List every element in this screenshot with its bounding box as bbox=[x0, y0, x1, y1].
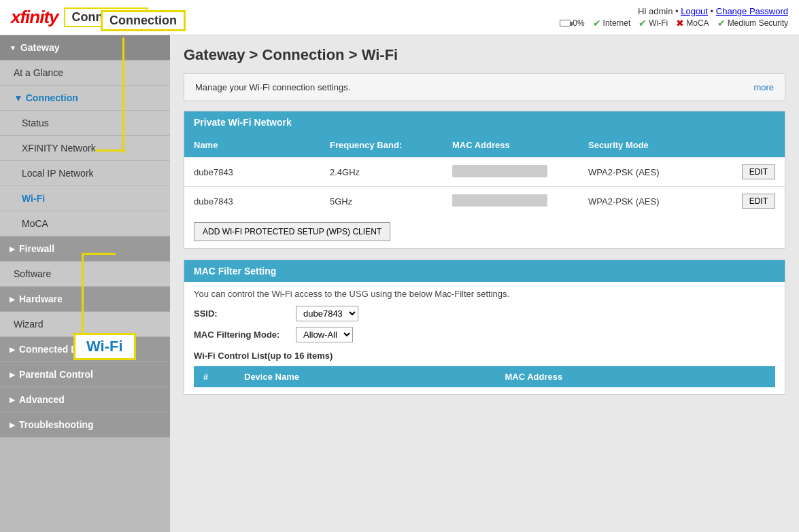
mac-filter-header: MAC Filter Setting bbox=[184, 260, 785, 282]
callout-connection-line-v bbox=[122, 37, 124, 153]
header-right: Hi admin • Logout • Change Password 0% ✔… bbox=[560, 6, 788, 29]
logout-link[interactable]: Logout bbox=[681, 6, 708, 16]
col-mac-address: MAC Address bbox=[505, 372, 766, 382]
control-list-header: # Device Name MAC Address bbox=[194, 366, 775, 387]
parental-control-arrow-icon: ▶ bbox=[10, 371, 15, 378]
status-bar: 0% ✔ Internet ✔ Wi-Fi ✖ MoCA ✔ Medium Se… bbox=[560, 18, 788, 29]
moca-x-icon: ✖ bbox=[676, 18, 684, 29]
advanced-arrow-icon: ▶ bbox=[10, 396, 15, 404]
software-label: Software bbox=[14, 268, 51, 279]
connection-label: Connection bbox=[26, 92, 78, 103]
mode-select[interactable]: Allow-All bbox=[296, 327, 353, 342]
row2-security-text: WPA2-PSK (AES) bbox=[588, 196, 660, 207]
private-wifi-header: Private Wi-Fi Network bbox=[184, 111, 785, 133]
user-info: Hi admin • Logout • Change Password bbox=[638, 6, 788, 16]
status-label: Status bbox=[22, 118, 49, 128]
main-content: Gateway > Connection > Wi-Fi Manage your… bbox=[170, 35, 799, 532]
wizard-label: Wizard bbox=[14, 319, 44, 330]
page-title: Gateway > Connection > Wi-Fi bbox=[184, 46, 785, 64]
at-a-glance-label: At a Glance bbox=[14, 67, 63, 78]
gateway-arrow-icon: ▼ bbox=[10, 44, 16, 52]
wifi-row-1: dube7843 2.4GHz WPA2-PSK (AES) EDIT bbox=[184, 157, 785, 186]
troubleshooting-label: Troubleshooting bbox=[19, 419, 94, 430]
ssid-row: SSID: dube7843 bbox=[194, 306, 775, 321]
sidebar-item-software[interactable]: Software bbox=[0, 262, 170, 287]
battery-status: 0% bbox=[560, 18, 584, 28]
row1-security-text: WPA2-PSK (AES) bbox=[588, 167, 660, 177]
row2-mac bbox=[452, 193, 588, 210]
troubleshooting-arrow-icon: ▶ bbox=[10, 421, 15, 429]
sidebar-item-wifi[interactable]: Wi-Fi bbox=[0, 186, 170, 211]
firewall-label: Firewall bbox=[19, 243, 54, 254]
moca-label: MoCA bbox=[686, 18, 709, 28]
row2-security: WPA2-PSK (AES) EDIT bbox=[588, 192, 775, 210]
control-list-title: Wi-Fi Control List(up to 16 items) bbox=[194, 351, 775, 361]
callout-wifi-line-h bbox=[82, 253, 116, 255]
row2-mac-blurred bbox=[452, 194, 547, 207]
internet-status: ✔ Internet bbox=[593, 18, 631, 29]
sidebar-item-troubleshooting[interactable]: ▶ Troubleshooting bbox=[0, 412, 170, 438]
sidebar-item-advanced[interactable]: ▶ Advanced bbox=[0, 387, 170, 412]
battery-value: 0% bbox=[573, 18, 584, 28]
wifi-label: Wi-Fi bbox=[649, 18, 668, 28]
firewall-arrow-icon: ▶ bbox=[10, 245, 15, 253]
row2-edit-button[interactable]: EDIT bbox=[742, 194, 775, 209]
wifi-nav-label: Wi-Fi bbox=[22, 193, 45, 204]
mac-filter-content: You can control the Wi-Fi access to the … bbox=[184, 282, 785, 394]
row1-edit-button[interactable]: EDIT bbox=[742, 164, 775, 179]
sidebar-item-gateway[interactable]: ▼ Gateway bbox=[0, 35, 170, 60]
sep1: • bbox=[675, 6, 681, 16]
mode-label: MAC Filtering Mode: bbox=[194, 330, 289, 340]
row1-mac-blurred bbox=[452, 165, 547, 177]
sidebar: ▼ Gateway At a Glance ▼ Connection Statu… bbox=[0, 35, 170, 532]
col-device-name: Device Name bbox=[244, 372, 505, 382]
callout-connection-line-h bbox=[95, 149, 125, 152]
sidebar-item-at-a-glance[interactable]: At a Glance bbox=[0, 60, 170, 86]
mac-filter-section: MAC Filter Setting You can control the W… bbox=[184, 260, 785, 395]
wps-button[interactable]: ADD WI-FI PROTECTED SETUP (WPS) CLIENT bbox=[194, 222, 390, 241]
internet-check-icon: ✔ bbox=[593, 18, 601, 29]
sep2: • bbox=[711, 6, 716, 16]
local-ip-label: Local IP Network bbox=[22, 168, 94, 179]
private-wifi-section: Private Wi-Fi Network Name Frequency Ban… bbox=[184, 111, 785, 249]
col-hash: # bbox=[203, 372, 244, 382]
row2-band: 5GHz bbox=[330, 195, 452, 208]
parental-control-label: Parental Control bbox=[19, 369, 93, 380]
ssid-label: SSID: bbox=[194, 308, 289, 319]
wifi-status: ✔ Wi-Fi bbox=[639, 18, 668, 29]
xfinity-network-label: XFINITY Network bbox=[22, 143, 96, 154]
ssid-select[interactable]: dube7843 bbox=[296, 306, 358, 321]
callout-wifi-box: Wi-Fi bbox=[73, 333, 136, 360]
sidebar-item-firewall[interactable]: ▶ Firewall bbox=[0, 236, 170, 262]
sidebar-item-parental-control[interactable]: ▶ Parental Control bbox=[0, 362, 170, 387]
security-status: ✔ Medium Security bbox=[717, 18, 788, 29]
wifi-row-2: dube7843 5GHz WPA2-PSK (AES) EDIT bbox=[184, 186, 785, 215]
row1-mac bbox=[452, 164, 588, 181]
wifi-table-header: Name Frequency Band: MAC Address Securit… bbox=[184, 133, 785, 157]
row1-band: 2.4GHz bbox=[330, 166, 452, 179]
internet-label: Internet bbox=[603, 18, 631, 28]
connection-expand-arrow: ▼ bbox=[14, 92, 23, 103]
col-mac: MAC Address bbox=[452, 139, 588, 152]
sidebar-item-xfinity-network[interactable]: XFINITY Network bbox=[0, 136, 170, 161]
col-band: Frequency Band: bbox=[330, 139, 452, 152]
security-check-icon: ✔ bbox=[717, 18, 726, 29]
callout-connection-box: Connection bbox=[101, 10, 186, 31]
battery-icon bbox=[560, 20, 571, 26]
sidebar-item-moca[interactable]: MoCA bbox=[0, 211, 170, 236]
sidebar-item-hardware[interactable]: ▶ Hardware bbox=[0, 287, 170, 312]
hardware-label: Hardware bbox=[19, 294, 63, 304]
change-password-link[interactable]: Change Password bbox=[716, 6, 788, 16]
xfinity-logo: xfinity bbox=[11, 7, 58, 28]
more-link[interactable]: more bbox=[753, 82, 774, 92]
sidebar-item-connection[interactable]: ▼ Connection bbox=[0, 86, 170, 111]
sidebar-item-local-ip-network[interactable]: Local IP Network bbox=[0, 161, 170, 186]
gateway-label: Gateway bbox=[20, 42, 60, 53]
advanced-label: Advanced bbox=[19, 394, 65, 405]
description-box: Manage your Wi-Fi connection settings. m… bbox=[184, 73, 785, 101]
moca-status: ✖ MoCA bbox=[676, 18, 709, 29]
moca-nav-label: MoCA bbox=[22, 218, 48, 229]
layout: ▼ Gateway At a Glance ▼ Connection Statu… bbox=[0, 35, 799, 532]
sidebar-item-status[interactable]: Status bbox=[0, 111, 170, 136]
row1-name: dube7843 bbox=[194, 166, 330, 179]
